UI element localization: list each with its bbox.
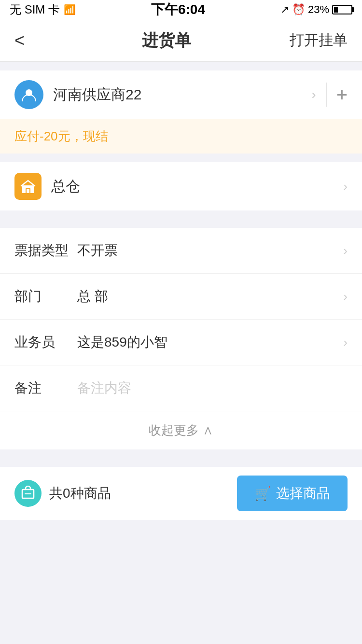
select-product-label: 选择商品 bbox=[276, 484, 330, 503]
invoice-type-label: 票据类型 bbox=[14, 241, 77, 260]
remark-row[interactable]: 备注 备注内容 bbox=[0, 365, 362, 411]
warehouse-icon bbox=[14, 173, 42, 200]
status-right: ↗ ⏰ 23% bbox=[280, 3, 352, 16]
battery-icon bbox=[332, 5, 352, 14]
section-gap-4 bbox=[0, 449, 362, 458]
location-icon: ↗ bbox=[280, 3, 289, 16]
cart-icon: 🛒 bbox=[254, 486, 271, 502]
supplier-name: 河南供应商22 bbox=[53, 85, 311, 105]
time-display: 下午6:04 bbox=[151, 0, 205, 19]
supplier-divider bbox=[326, 83, 327, 107]
warehouse-name: 总仓 bbox=[51, 177, 343, 196]
carrier-text: 无 SIM 卡 bbox=[10, 2, 60, 17]
section-gap-1 bbox=[0, 62, 362, 70]
status-left: 无 SIM 卡 📶 bbox=[10, 2, 76, 17]
product-count-wrapper: 共0种商品 bbox=[14, 480, 111, 507]
supplier-chevron-icon: › bbox=[311, 87, 316, 102]
supplier-avatar bbox=[14, 80, 43, 109]
bottom-bar: 共0种商品 🛒 选择商品 bbox=[0, 467, 362, 520]
invoice-type-value: 不开票 bbox=[77, 241, 338, 260]
open-pending-button[interactable]: 打开挂单 bbox=[290, 30, 348, 50]
status-bar: 无 SIM 卡 📶 下午6:04 ↗ ⏰ 23% bbox=[0, 0, 362, 19]
collapse-label: 收起更多 ∧ bbox=[149, 422, 213, 439]
supplier-row[interactable]: 河南供应商22 › + bbox=[0, 70, 362, 119]
alarm-icon: ⏰ bbox=[292, 3, 305, 16]
remark-input[interactable]: 备注内容 bbox=[77, 379, 348, 397]
supplier-card: 河南供应商22 › + 应付-20元，现结 bbox=[0, 70, 362, 154]
battery-percent: 23% bbox=[308, 3, 329, 16]
remark-label: 备注 bbox=[14, 379, 77, 397]
invoice-type-chevron-icon: › bbox=[343, 243, 348, 258]
warehouse-chevron-icon: › bbox=[343, 179, 348, 194]
add-supplier-button[interactable]: + bbox=[336, 85, 348, 104]
department-value: 总 部 bbox=[77, 287, 338, 306]
section-gap-2 bbox=[0, 154, 362, 162]
product-icon bbox=[14, 480, 42, 507]
salesperson-row[interactable]: 业务员 这是859的小智 › bbox=[0, 320, 362, 365]
page-background bbox=[0, 520, 362, 644]
salesperson-label: 业务员 bbox=[14, 333, 77, 351]
back-button[interactable]: < bbox=[14, 30, 43, 51]
collapse-bar[interactable]: 收起更多 ∧ bbox=[0, 411, 362, 449]
warehouse-row[interactable]: 总仓 › bbox=[0, 162, 362, 210]
warehouse-card: 总仓 › bbox=[0, 162, 362, 210]
select-product-button[interactable]: 🛒 选择商品 bbox=[237, 476, 348, 511]
section-gap-3 bbox=[0, 210, 362, 219]
svg-rect-3 bbox=[27, 189, 29, 193]
nav-bar: < 进货单 打开挂单 bbox=[0, 19, 362, 62]
wifi-icon: 📶 bbox=[64, 4, 76, 15]
salesperson-chevron-icon: › bbox=[343, 335, 348, 350]
invoice-type-row[interactable]: 票据类型 不开票 › bbox=[0, 228, 362, 274]
department-row[interactable]: 部门 总 部 › bbox=[0, 274, 362, 320]
notice-text: 应付-20元，现结 bbox=[14, 129, 108, 143]
department-label: 部门 bbox=[14, 287, 77, 306]
salesperson-value: 这是859的小智 bbox=[77, 333, 338, 351]
page-title: 进货单 bbox=[142, 29, 191, 52]
form-section: 票据类型 不开票 › 部门 总 部 › 业务员 这是859的小智 › 备注 备注… bbox=[0, 228, 362, 411]
department-chevron-icon: › bbox=[343, 289, 348, 304]
notice-bar: 应付-20元，现结 bbox=[0, 119, 362, 154]
product-count-text: 共0种商品 bbox=[49, 484, 111, 503]
